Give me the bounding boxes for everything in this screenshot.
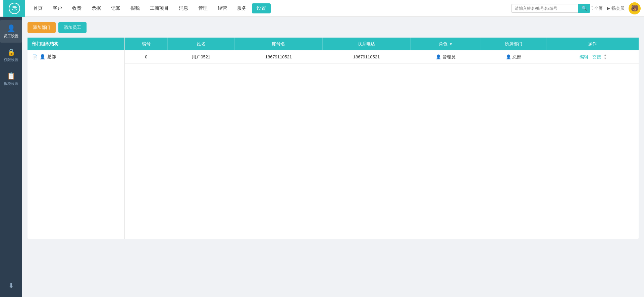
scroll-down-icon[interactable]: ▼: [604, 57, 607, 60]
table-head: 编号 姓名 账号名 联系电话 角色 ▼ 所属部门 操作: [125, 38, 639, 50]
tree-item-root[interactable]: 📄 👤 总部: [28, 50, 124, 63]
button-row: 添加部门 添加员工: [28, 22, 639, 33]
scroll-arrows[interactable]: ▲▼: [604, 54, 607, 60]
search-bar: 🔍: [511, 4, 590, 13]
col-phone: 联系电话: [322, 38, 410, 50]
download-icon: ⬇: [8, 282, 14, 290]
table-panel: 编号 姓名 账号名 联系电话 角色 ▼ 所属部门 操作: [125, 38, 639, 239]
dept-name: 总部: [47, 54, 56, 60]
search-button[interactable]: 🔍: [578, 4, 590, 13]
col-name: 姓名: [168, 38, 235, 50]
nav-item-服务[interactable]: 服务: [232, 3, 251, 13]
nav-item-客户[interactable]: 客户: [48, 3, 67, 13]
col-role[interactable]: 角色 ▼: [410, 38, 481, 50]
action-编辑[interactable]: 编辑: [580, 54, 588, 60]
file-icon: 📄: [32, 54, 38, 59]
nav-item-经营[interactable]: 经营: [213, 3, 232, 13]
nav-item-记账[interactable]: 记账: [106, 3, 125, 13]
nav-item-收费[interactable]: 收费: [67, 3, 86, 13]
sidebar-label-permissions: 权限设置: [4, 57, 18, 62]
nav-item-管理[interactable]: 管理: [194, 3, 212, 13]
tree-header: 部门组织结构: [28, 38, 124, 50]
col-account: 账号名: [234, 38, 322, 50]
cell-actions: 编辑交接▲▼: [546, 50, 639, 64]
nav-item-设置[interactable]: 设置: [252, 3, 271, 13]
employees-table: 编号 姓名 账号名 联系电话 角色 ▼ 所属部门 操作: [125, 38, 639, 64]
add-staff-button[interactable]: 添加员工: [58, 22, 87, 33]
sidebar-label-tax: 报税设置: [4, 81, 18, 86]
top-nav: 首页客户收费票据记账报税工商项目消息管理经营服务设置 🔍 ⛶ 全屏 ▶ 畅会员 …: [0, 0, 644, 17]
sidebar-item-permissions[interactable]: 🔒 权限设置: [0, 44, 22, 66]
add-dept-button[interactable]: 添加部门: [28, 22, 56, 33]
cell-dept: 👤总部: [481, 50, 546, 64]
vip-label: 畅会员: [611, 5, 625, 11]
role-sort-icon: ▼: [449, 42, 452, 46]
sidebar-item-staff[interactable]: 👤 员工设置: [0, 20, 22, 43]
sidebar-label-staff: 员工设置: [4, 34, 18, 39]
dept-person-icon: 👤: [40, 54, 45, 59]
table-row: 0用户05211867911052118679110521👤管理员👤总部编辑交接…: [125, 50, 639, 64]
col-action: 操作: [546, 38, 639, 50]
nav-item-消息[interactable]: 消息: [174, 3, 193, 13]
col-dept: 所属部门: [481, 38, 546, 50]
nav-item-票据[interactable]: 票据: [87, 3, 106, 13]
main-panel: 部门组织结构 📄 👤 总部 编号 姓名 账号名 联系电话: [28, 38, 639, 239]
staff-icon: 👤: [7, 24, 15, 32]
avatar[interactable]: 🐻: [629, 2, 641, 14]
vip-icon: ▶: [607, 6, 610, 11]
fullscreen-btn[interactable]: ⛶ 全屏: [588, 5, 603, 11]
content-area: 添加部门 添加员工 部门组织结构 📄 👤 总部 编号: [22, 17, 644, 297]
main-layout: 👤 员工设置 🔒 权限设置 📋 报税设置 ⬇ 添加部门 添加员工 部门组织结构: [0, 17, 644, 297]
cell-account: 18679110521: [234, 50, 322, 64]
cell-name: 用户0521: [168, 50, 235, 64]
table-body: 0用户05211867911052118679110521👤管理员👤总部编辑交接…: [125, 50, 639, 64]
fullscreen-label: 全屏: [594, 5, 603, 11]
cell-role: 👤管理员: [410, 50, 481, 64]
cell-phone: 18679110521: [322, 50, 410, 64]
sidebar-bottom: ⬇: [7, 278, 15, 294]
vip-btn[interactable]: ▶ 畅会员: [607, 5, 625, 11]
nav-item-工商项目[interactable]: 工商项目: [145, 3, 173, 13]
tree-panel: 部门组织结构 📄 👤 总部: [28, 38, 125, 239]
nav-item-首页[interactable]: 首页: [29, 3, 47, 13]
nav-item-报税[interactable]: 报税: [126, 3, 145, 13]
logo: [3, 0, 25, 17]
table-header-row: 编号 姓名 账号名 联系电话 角色 ▼ 所属部门 操作: [125, 38, 639, 50]
action-交接[interactable]: 交接: [592, 54, 601, 60]
col-id: 编号: [125, 38, 168, 50]
cell-id: 0: [125, 50, 168, 64]
lock-icon: 🔒: [7, 48, 15, 56]
sidebar: 👤 员工设置 🔒 权限设置 📋 报税设置 ⬇: [0, 17, 22, 297]
scroll-up-icon[interactable]: ▲: [604, 54, 607, 57]
nav-right: ⛶ 全屏 ▶ 畅会员 🐻: [588, 2, 641, 14]
search-input[interactable]: [511, 4, 578, 13]
sidebar-item-tax[interactable]: 📋 报税设置: [0, 68, 22, 90]
tax-icon: 📋: [7, 72, 15, 80]
nav-items: 首页客户收费票据记账报税工商项目消息管理经营服务设置: [29, 3, 588, 13]
sidebar-download[interactable]: ⬇: [7, 278, 15, 294]
